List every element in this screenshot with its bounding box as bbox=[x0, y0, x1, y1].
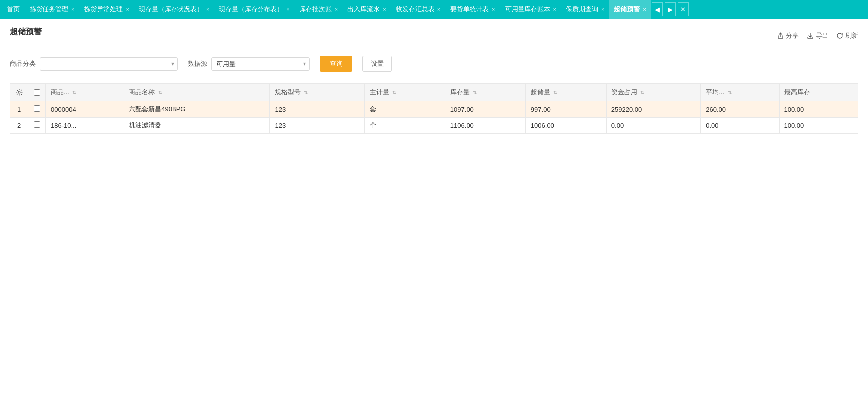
row-checkbox-0[interactable] bbox=[34, 105, 40, 112]
sort-icon-stock: ⇅ bbox=[473, 90, 477, 95]
refresh-icon bbox=[836, 32, 843, 39]
category-select-wrapper bbox=[40, 57, 178, 71]
nav-close-order-stats[interactable]: × bbox=[492, 6, 495, 12]
cell-checkbox-0[interactable] bbox=[28, 101, 46, 118]
nav-batch-account[interactable]: 库存批次账 × bbox=[295, 0, 343, 19]
cell-index-0: 1 bbox=[10, 101, 28, 118]
cell-avg-0: 260.00 bbox=[701, 101, 779, 118]
nav-available-account[interactable]: 可用量库存账本 × bbox=[500, 0, 561, 19]
cell-unit-1: 个 bbox=[364, 118, 445, 134]
th-product-name[interactable]: 商品名称 ⇅ bbox=[124, 84, 270, 101]
cell-overstock-0: 997.00 bbox=[525, 101, 606, 118]
cell-product_name-0: 六配套新昌490BPG bbox=[124, 101, 270, 118]
cell-overstock-1: 1006.00 bbox=[525, 118, 606, 134]
share-icon bbox=[777, 32, 784, 39]
th-overstock[interactable]: 超储量 ⇅ bbox=[525, 84, 606, 101]
nav-quality-period[interactable]: 保质期查询 × bbox=[561, 0, 609, 19]
nav-close-stock-dist[interactable]: × bbox=[286, 6, 289, 12]
cell-product_code-0: 0000004 bbox=[46, 101, 124, 118]
svg-point-0 bbox=[18, 91, 20, 93]
top-right-bar: 分享 导出 刷新 bbox=[777, 31, 858, 40]
cell-checkbox-1[interactable] bbox=[28, 118, 46, 134]
table-body: 10000004六配套新昌490BPG123套1097.00997.002592… bbox=[10, 101, 858, 134]
category-select[interactable] bbox=[40, 57, 178, 71]
th-stock[interactable]: 库存量 ⇅ bbox=[445, 84, 525, 101]
datasource-select[interactable]: 可用量 库存量 bbox=[211, 57, 310, 71]
sort-icon-product-name: ⇅ bbox=[158, 90, 162, 95]
cell-product_name-1: 机油滤清器 bbox=[124, 118, 270, 134]
nav-collect-summary[interactable]: 收发存汇总表 × bbox=[391, 0, 445, 19]
datasource-label: 数据源 bbox=[188, 59, 207, 68]
nav-close-pick-exception[interactable]: × bbox=[126, 6, 129, 12]
row-checkbox-1[interactable] bbox=[34, 121, 40, 128]
query-button[interactable]: 查询 bbox=[320, 56, 352, 72]
th-product-code[interactable]: 商品... ⇅ bbox=[46, 84, 124, 101]
settings-button[interactable]: 设置 bbox=[362, 56, 392, 72]
nav-overstock-warning[interactable]: 超储预警 × bbox=[609, 0, 651, 19]
nav-close-pick-task[interactable]: × bbox=[71, 6, 74, 12]
th-max-stock[interactable]: 最高库存 bbox=[779, 84, 858, 101]
cell-capital-0: 259220.00 bbox=[606, 101, 700, 118]
nav-close-collect-summary[interactable]: × bbox=[437, 6, 440, 12]
gear-icon bbox=[16, 89, 23, 96]
th-avg[interactable]: 平均... ⇅ bbox=[701, 84, 779, 101]
nav-pick-task[interactable]: 拣货任务管理 × bbox=[25, 0, 79, 19]
nav-close-available-account[interactable]: × bbox=[553, 6, 556, 12]
filter-category: 商品分类 bbox=[10, 57, 178, 71]
page-title: 超储预警 bbox=[10, 27, 42, 37]
th-capital[interactable]: 资金占用 ⇅ bbox=[606, 84, 700, 101]
nav-close-quality-period[interactable]: × bbox=[601, 6, 604, 12]
page-content: 超储预警 分享 导出 刷新 商品 bbox=[0, 19, 868, 142]
nav-arrow-close-all[interactable]: ✕ bbox=[678, 2, 689, 16]
cell-unit-0: 套 bbox=[364, 101, 445, 118]
top-nav: 首页 拣货任务管理 × 拣货异常处理 × 现存量（库存状况表） × 现存量（库存… bbox=[0, 0, 868, 19]
nav-close-overstock-warning[interactable]: × bbox=[643, 6, 646, 12]
cell-spec-0: 123 bbox=[270, 101, 364, 118]
refresh-action[interactable]: 刷新 bbox=[836, 31, 858, 40]
cell-stock-0: 1097.00 bbox=[445, 101, 525, 118]
th-checkbox[interactable] bbox=[28, 84, 46, 101]
title-actions-row: 超储预警 分享 导出 刷新 bbox=[10, 27, 858, 44]
category-label: 商品分类 bbox=[10, 59, 36, 68]
th-settings[interactable] bbox=[10, 84, 28, 101]
sort-icon-unit: ⇅ bbox=[392, 90, 396, 95]
nav-order-stats[interactable]: 要货单统计表 × bbox=[445, 0, 500, 19]
cell-max_stock-0: 100.00 bbox=[779, 101, 858, 118]
table-row: 10000004六配套新昌490BPG123套1097.00997.002592… bbox=[10, 101, 858, 118]
datasource-select-wrapper: 可用量 库存量 bbox=[211, 57, 310, 71]
cell-product_code-1: 186-10... bbox=[46, 118, 124, 134]
th-spec[interactable]: 规格型号 ⇅ bbox=[270, 84, 364, 101]
select-all-checkbox[interactable] bbox=[34, 89, 40, 96]
cell-capital-1: 0.00 bbox=[606, 118, 700, 134]
nav-home[interactable]: 首页 bbox=[2, 0, 25, 19]
table-row: 2186-10...机油滤清器123个1106.001006.000.000.0… bbox=[10, 118, 858, 134]
nav-close-batch-account[interactable]: × bbox=[335, 6, 338, 12]
filter-row: 商品分类 数据源 可用量 库存量 查询 设置 bbox=[10, 51, 858, 77]
sort-icon-overstock: ⇅ bbox=[553, 90, 557, 95]
nav-in-out-flow[interactable]: 出入库流水 × bbox=[343, 0, 391, 19]
nav-close-stock-status[interactable]: × bbox=[206, 6, 209, 12]
sort-icon-capital: ⇅ bbox=[640, 90, 644, 95]
cell-index-1: 2 bbox=[10, 118, 28, 134]
filter-datasource: 数据源 可用量 库存量 bbox=[188, 57, 310, 71]
nav-arrow-right[interactable]: ▶ bbox=[665, 2, 676, 16]
export-action[interactable]: 导出 bbox=[807, 31, 828, 40]
data-table: 商品... ⇅ 商品名称 ⇅ 规格型号 ⇅ 主计量 ⇅ 库存量 ⇅ bbox=[10, 83, 858, 134]
export-icon bbox=[807, 32, 814, 39]
nav-arrow-left[interactable]: ◀ bbox=[652, 2, 663, 16]
sort-icon-spec: ⇅ bbox=[304, 90, 308, 95]
cell-spec-1: 123 bbox=[270, 118, 364, 134]
cell-stock-1: 1106.00 bbox=[445, 118, 525, 134]
table-header-row: 商品... ⇅ 商品名称 ⇅ 规格型号 ⇅ 主计量 ⇅ 库存量 ⇅ bbox=[10, 84, 858, 101]
share-action[interactable]: 分享 bbox=[777, 31, 799, 40]
nav-stock-status[interactable]: 现存量（库存状况表） × bbox=[134, 0, 214, 19]
sort-icon-product-code: ⇅ bbox=[72, 90, 76, 95]
nav-close-in-out-flow[interactable]: × bbox=[383, 6, 386, 12]
cell-avg-1: 0.00 bbox=[701, 118, 779, 134]
sort-icon-avg: ⇅ bbox=[728, 90, 732, 95]
nav-pick-exception[interactable]: 拣货异常处理 × bbox=[79, 0, 133, 19]
th-unit[interactable]: 主计量 ⇅ bbox=[364, 84, 445, 101]
nav-stock-dist[interactable]: 现存量（库存分布表） × bbox=[214, 0, 294, 19]
cell-max_stock-1: 100.00 bbox=[779, 118, 858, 134]
